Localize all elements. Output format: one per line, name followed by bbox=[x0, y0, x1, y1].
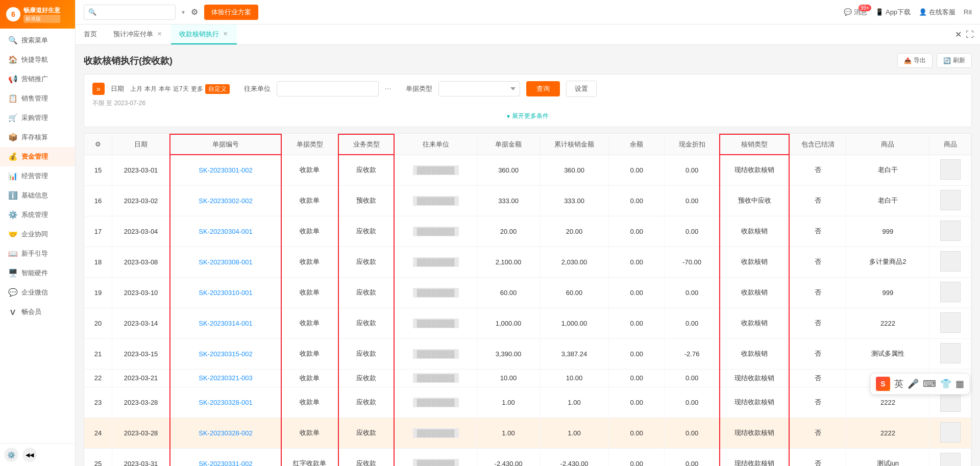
sidebar-item-wechat[interactable]: 💬 企业微信 bbox=[0, 283, 75, 302]
date-more[interactable]: 更多 bbox=[191, 85, 203, 93]
table-row[interactable]: 25 2023-03-31 SK-20230331-002 红字收款单 应收款 … bbox=[84, 448, 971, 466]
solution-button[interactable]: 体验行业方案 bbox=[204, 5, 258, 20]
date-last-month[interactable]: 上月 bbox=[130, 85, 142, 93]
wechat-icon: 💬 bbox=[8, 288, 17, 297]
date-this-year[interactable]: 本年 bbox=[159, 85, 171, 93]
sidebar-item-sales[interactable]: 📋 销售管理 bbox=[0, 89, 75, 108]
doc-no-link[interactable]: SK-20230301-002 bbox=[199, 166, 253, 174]
doc-no-link[interactable]: SK-20230315-002 bbox=[199, 350, 253, 358]
sidebar-label-sales: 销售管理 bbox=[21, 94, 48, 103]
settings-footer-icon[interactable]: ⚙️ bbox=[4, 448, 18, 462]
table-row[interactable]: 15 2023-03-01 SK-20230301-002 收款单 应收款 ██… bbox=[84, 155, 971, 185]
doc-no-link[interactable]: SK-20230321-003 bbox=[199, 374, 253, 382]
table-row[interactable]: 19 2023-03-10 SK-20230310-001 收款单 应收款 ██… bbox=[84, 277, 971, 308]
th-no: 日期 bbox=[112, 134, 170, 155]
sogou-logo[interactable]: S bbox=[876, 377, 890, 391]
cell-date: 2023-03-02 bbox=[112, 185, 170, 216]
expand-more-button[interactable]: ▾ 展开更多条件 bbox=[507, 112, 549, 120]
table-row[interactable]: 16 2023-03-02 SK-20230302-002 收款单 预收款 ██… bbox=[84, 185, 971, 216]
cell-partner: ████████ bbox=[394, 387, 477, 418]
sidebar-item-search[interactable]: 🔍 搜索菜单 bbox=[0, 31, 75, 50]
cell-doc-type: 收款单 bbox=[281, 387, 339, 418]
ft-keyboard-icon[interactable]: ⌨ bbox=[923, 378, 936, 389]
app-download-button[interactable]: 📱 App下载 bbox=[875, 8, 911, 17]
ft-text-icon[interactable]: 英 bbox=[894, 378, 903, 390]
sidebar-label-operations: 经营管理 bbox=[21, 171, 48, 181]
filter-expand-button[interactable]: » bbox=[92, 83, 105, 95]
tab-receipts-close[interactable]: ✕ bbox=[222, 30, 229, 38]
receipt-type-select[interactable] bbox=[438, 81, 520, 96]
filter-settings-button[interactable]: 设置 bbox=[566, 81, 597, 97]
cell-cumulative: 60.00 bbox=[540, 277, 609, 308]
sidebar-label-capital: 资金管理 bbox=[21, 152, 48, 161]
sidebar-label-system: 系统管理 bbox=[21, 210, 48, 219]
messages-button[interactable]: 💬 消息 99+ bbox=[844, 8, 867, 17]
cell-doc-no: SK-20230310-001 bbox=[170, 277, 281, 308]
partner-input[interactable] bbox=[277, 81, 379, 96]
sidebar-item-guide[interactable]: 📖 新手引导 bbox=[0, 244, 75, 263]
ft-shirt-icon[interactable]: 👕 bbox=[940, 378, 951, 389]
table-row[interactable]: 23 2023-03-28 SK-20230328-001 收款单 应收款 ██… bbox=[84, 387, 971, 418]
sidebar-item-system[interactable]: ⚙️ 系统管理 bbox=[0, 205, 75, 225]
online-service-button[interactable]: 👤 在线客服 bbox=[919, 8, 955, 17]
tab-prepay[interactable]: 预计冲应付单 ✕ bbox=[105, 24, 171, 44]
sidebar-item-enterprise[interactable]: 🤝 企业协同 bbox=[0, 225, 75, 244]
doc-no-link[interactable]: SK-20230302-002 bbox=[199, 197, 253, 205]
date-this-month[interactable]: 本月 bbox=[144, 85, 157, 93]
cell-cash-discount: 0.00 bbox=[665, 216, 720, 247]
cell-date: 2023-03-10 bbox=[112, 277, 170, 308]
tab-prepay-close[interactable]: ✕ bbox=[156, 30, 163, 38]
page-header: 收款核销执行(按收款) 📤 导出 🔄 刷新 bbox=[84, 53, 972, 68]
table-row[interactable]: 24 2023-03-28 SK-20230328-002 收款单 应收款 ██… bbox=[84, 418, 971, 448]
cell-product2 bbox=[929, 155, 971, 185]
table-row[interactable]: 17 2023-03-04 SK-20230304-001 收款单 应收款 ██… bbox=[84, 216, 971, 247]
table-scroll[interactable]: ⚙ 日期 单据编号 单据类型 业务类型 往来单位 单据金额 累计核销金额 余额 … bbox=[84, 134, 971, 466]
doc-no-link[interactable]: SK-20230328-001 bbox=[199, 399, 253, 406]
sidebar-item-member[interactable]: V 畅会员 bbox=[0, 302, 75, 322]
sidebar-item-marketing[interactable]: 📢 营销推广 bbox=[0, 69, 75, 89]
cell-amount: 10.00 bbox=[477, 369, 540, 387]
sidebar-item-quick-nav[interactable]: 🏠 快捷导航 bbox=[0, 50, 75, 69]
topbar-chevron-icon[interactable]: ▾ bbox=[182, 9, 185, 16]
export-button[interactable]: 📤 导出 bbox=[897, 53, 933, 68]
th-settings[interactable]: ⚙ bbox=[84, 134, 112, 155]
doc-no-link[interactable]: SK-20230331-002 bbox=[199, 460, 253, 467]
cell-cancel-type: 现结收款核销 bbox=[720, 369, 789, 387]
cell-date: 2023-03-04 bbox=[112, 216, 170, 247]
tab-maximize-btn[interactable]: ⛶ bbox=[966, 30, 974, 39]
tab-home[interactable]: 首页 bbox=[76, 24, 105, 44]
sidebar-item-hardware[interactable]: 🖥️ 智能硬件 bbox=[0, 263, 75, 283]
date-7days[interactable]: 近7天 bbox=[173, 85, 189, 93]
cell-doc-type: 收款单 bbox=[281, 277, 339, 308]
doc-no-link[interactable]: SK-20230314-001 bbox=[199, 320, 253, 327]
table-row[interactable]: 20 2023-03-14 SK-20230314-001 收款单 应收款 ██… bbox=[84, 308, 971, 338]
refresh-button[interactable]: 🔄 刷新 bbox=[937, 53, 972, 68]
sidebar-item-inventory[interactable]: 📦 库存核算 bbox=[0, 128, 75, 147]
doc-no-link[interactable]: SK-20230328-002 bbox=[199, 429, 253, 437]
query-button[interactable]: 查询 bbox=[526, 81, 560, 96]
table-row[interactable]: 22 2023-03-21 SK-20230321-003 收款单 应收款 ██… bbox=[84, 369, 971, 387]
tab-receipts[interactable]: 收款核销执行 ✕ bbox=[171, 24, 237, 44]
sidebar-item-purchase[interactable]: 🛒 采购管理 bbox=[0, 108, 75, 128]
table-row[interactable]: 18 2023-03-08 SK-20230308-001 收款单 应收款 ██… bbox=[84, 247, 971, 277]
cell-doc-no: SK-20230308-001 bbox=[170, 247, 281, 277]
system-icon: ⚙️ bbox=[8, 210, 17, 219]
topbar-search[interactable]: 🔍 bbox=[84, 5, 176, 20]
doc-no-link[interactable]: SK-20230310-001 bbox=[199, 289, 253, 297]
collapse-icon[interactable]: ◀◀ bbox=[22, 448, 37, 462]
doc-no-link[interactable]: SK-20230304-001 bbox=[199, 228, 253, 235]
topbar-gear-icon[interactable]: ⚙ bbox=[191, 7, 198, 17]
cell-cancel-type: 收款核销 bbox=[720, 247, 789, 277]
ft-grid-icon[interactable]: ▦ bbox=[955, 378, 964, 389]
cell-cash-discount: -70.00 bbox=[665, 247, 720, 277]
doc-no-link[interactable]: SK-20230308-001 bbox=[199, 258, 253, 266]
sidebar-item-capital[interactable]: 💰 资金管理 bbox=[0, 147, 75, 166]
date-custom[interactable]: 自定义 bbox=[205, 84, 230, 94]
sidebar-item-basic-info[interactable]: ℹ️ 基础信息 bbox=[0, 186, 75, 205]
cell-partner: ████████ bbox=[394, 338, 477, 369]
table-row[interactable]: 21 2023-03-15 SK-20230315-002 收款单 应收款 ██… bbox=[84, 338, 971, 369]
sidebar-item-operations[interactable]: 📊 经营管理 bbox=[0, 166, 75, 186]
ft-mic-icon[interactable]: 🎤 bbox=[908, 378, 919, 389]
tab-close-window-btn[interactable]: ✕ bbox=[955, 30, 962, 39]
cell-cancel-type: 预收中应收 bbox=[720, 185, 789, 216]
